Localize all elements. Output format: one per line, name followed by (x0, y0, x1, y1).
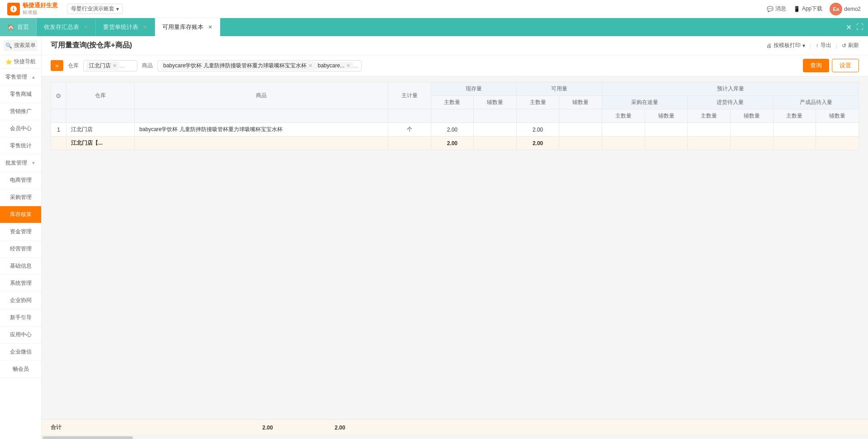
message-label: 消息 (775, 5, 786, 13)
th-empty5 (431, 109, 474, 123)
sidebar-item-ecommerce[interactable]: 电商管理 (0, 172, 41, 189)
filter-row: » 仓库 江北门店 ✕ ... 商品 babycare学饮杯 儿童防摔防撞吸管杯… (42, 55, 868, 76)
sidebar-item-operation[interactable]: 经营管理 (0, 241, 41, 258)
product-filter-input[interactable]: babycare学饮杯 儿童防摔防撞吸管杯重力球吸嘴杯宝宝水杯 ✕ babyca… (157, 60, 362, 71)
sidebar-item-inventory[interactable]: 库存核算 (0, 206, 41, 223)
warehouse-label: 仓库 (68, 62, 79, 70)
search-label: 搜索菜单 (14, 42, 36, 49)
tab-expand-icon[interactable]: ⛶ (856, 23, 863, 31)
th-empty8 (559, 109, 602, 123)
th-warehouse: 仓库 (66, 82, 135, 109)
search-icon: 🔍 (5, 42, 12, 49)
refresh-label: 刷新 (848, 42, 859, 49)
avatar: Ea (830, 3, 842, 15)
scroll-track[interactable] (42, 435, 868, 439)
warehouse-filter-input[interactable]: 江北门店 ✕ ... (83, 60, 137, 71)
th-current-stock: 现存量 (431, 82, 516, 96)
tab-close-all-icon[interactable]: ✕ (846, 23, 852, 32)
filter-toggle-btn[interactable]: » (51, 60, 63, 71)
footer-current-main: 2.00 (250, 425, 286, 431)
tab-space (220, 18, 841, 36)
sidebar-item-wxwork[interactable]: 企业微信 (0, 344, 41, 361)
top-bar: 畅捷通好生意 标准版 母婴行业演示账套 ▾ 💬 消息 📱 App下载 Ea de… (0, 0, 868, 18)
td-sub-current-aux (474, 137, 517, 150)
page-title: 可用量查询(按仓库+商品) (51, 41, 132, 50)
table-settings-icon[interactable]: ⚙ (56, 92, 61, 99)
query-btn[interactable]: 查询 (803, 59, 829, 72)
sidebar-item-system-label: 系统管理 (10, 279, 32, 287)
sidebar-item-zero-retail-label: 零售管理 (5, 73, 27, 81)
print-label: 按模板打印 (774, 42, 801, 49)
main-layout: 🔍 搜索菜单 ⭐ 快捷导航 零售管理 ▲ 零售商城 营销推广 会员中心 零售统计… (0, 36, 868, 439)
product-tag-value: babycare学饮杯 儿童防摔防撞吸管杯重力球吸嘴杯宝宝水杯 (163, 62, 307, 70)
th-available: 可用量 (516, 82, 602, 96)
td-inbound-aux (730, 123, 773, 137)
sidebar-item-appcenter[interactable]: 应用中心 (0, 326, 41, 344)
tab-home[interactable]: 🏠 首页 (0, 18, 37, 36)
tab-shoucun-label: 收发存汇总表 (44, 23, 79, 31)
td-sub-label: 江北门店【... (66, 137, 135, 150)
sidebar-item-zero-stat[interactable]: 零售统计 (0, 137, 41, 155)
tab-kucun-close[interactable]: ✕ (208, 24, 212, 30)
td-avail-aux (559, 123, 602, 137)
warehouse-tag-remove[interactable]: ✕ (113, 63, 117, 69)
td-sub-avail-aux (559, 137, 602, 150)
td-avail-main: 2.00 (516, 123, 559, 137)
th-settings: ⚙ (51, 82, 66, 109)
app-download-btn[interactable]: 📱 App下载 (793, 5, 822, 13)
sidebar-search-btn[interactable]: 🔍 搜索菜单 (4, 40, 38, 51)
sidebar-item-zero-mall-label: 零售商城 (10, 90, 32, 98)
refresh-btn[interactable]: ↺ 刷新 (842, 42, 859, 49)
tab-shoucun-close[interactable]: ✕ (84, 24, 88, 30)
th-prod-main: 主数量 (773, 109, 816, 123)
sidebar-item-zero-retail[interactable]: 零售管理 ▲ (0, 69, 41, 86)
quick-nav-label: 快捷导航 (14, 58, 36, 66)
sidebar-item-batch[interactable]: 批发管理 ▼ (0, 155, 41, 172)
td-purchase-main (602, 123, 645, 137)
footer-avail-main: 2.00 (322, 425, 358, 431)
sidebar-item-marketing[interactable]: 营销推广 (0, 103, 41, 120)
product-extra-tag-remove[interactable]: ✕ (346, 63, 350, 69)
industry-selector[interactable]: 母婴行业演示账套 ▾ (67, 4, 123, 14)
sidebar-item-purchase[interactable]: 采购管理 (0, 189, 41, 206)
sidebar-item-member2[interactable]: 畅会员 (0, 361, 41, 378)
export-label: 导出 (821, 42, 831, 49)
tab-yaohuo[interactable]: 要货单统计表 ✕ (96, 18, 155, 36)
sidebar-item-newguide[interactable]: 新手引导 (0, 309, 41, 326)
td-sub-empty (51, 137, 66, 150)
sidebar-item-purchase-label: 采购管理 (10, 194, 32, 201)
print-btn[interactable]: 🖨 按模板打印 ▾ (766, 42, 805, 49)
product-extra-tag: babycare... ✕ (315, 62, 353, 69)
product-tag-remove[interactable]: ✕ (308, 63, 312, 69)
scroll-thumb[interactable] (42, 436, 133, 439)
sidebar-item-enterprise-label: 企业协同 (10, 297, 32, 304)
td-sub-p1 (602, 137, 645, 150)
sidebar-item-member[interactable]: 会员中心 (0, 120, 41, 137)
logo-icon (7, 3, 20, 15)
quick-nav-btn[interactable]: ⭐ 快捷导航 (0, 55, 41, 69)
message-btn[interactable]: 💬 消息 (767, 5, 786, 13)
sidebar-item-enterprise[interactable]: 企业协同 (0, 292, 41, 309)
th-purchase-aux: 辅数量 (645, 109, 688, 123)
th-empty3 (135, 109, 388, 123)
warehouse-dots[interactable]: ... (119, 62, 125, 69)
top-bar-right: 💬 消息 📱 App下载 Ea demo2 (767, 3, 861, 15)
print-chevron-icon: ▾ (802, 42, 805, 49)
th-unit: 主计量 (388, 82, 431, 109)
sidebar-item-newguide-label: 新手引导 (10, 314, 32, 321)
message-icon: 💬 (767, 6, 774, 12)
user-menu[interactable]: Ea demo2 (830, 3, 861, 15)
sidebar-item-finance[interactable]: 资金管理 (0, 223, 41, 241)
settings-btn[interactable]: 设置 (832, 59, 859, 72)
data-table: ⚙ 仓库 商品 主计量 现存量 可用量 预计入库量 主数量 辅数量 主数量 辅数… (51, 82, 859, 150)
sidebar-item-basic[interactable]: 基础信息 (0, 258, 41, 275)
export-btn[interactable]: ↑ 导出 (816, 42, 831, 49)
sidebar-item-zero-mall[interactable]: 零售商城 (0, 86, 41, 103)
tab-kucun[interactable]: 可用量库存账本 ✕ (155, 18, 220, 36)
user-name: demo2 (844, 6, 861, 12)
product-extra-tag-value: babycare... (318, 62, 344, 69)
tab-shoucun[interactable]: 收发存汇总表 ✕ (37, 18, 96, 36)
tab-yaohuo-close[interactable]: ✕ (143, 24, 147, 30)
product-dots[interactable]: ... (353, 62, 359, 69)
sidebar-item-system[interactable]: 系统管理 (0, 275, 41, 292)
